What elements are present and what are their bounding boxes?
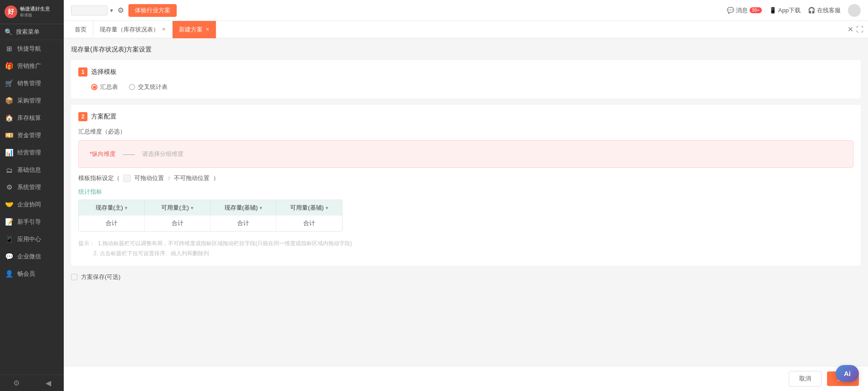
nav-label: 应用中心 (17, 235, 41, 243)
stats-table: 现存量(主) ▾ 可用量(主) ▾ 现存量(基辅) ▾ 可用量(基辅) (78, 200, 342, 232)
indicator-suffix: ） (213, 174, 219, 182)
col-1-dropdown-icon[interactable]: ▾ (125, 205, 128, 211)
header-gear-icon[interactable]: ⚙ (117, 6, 124, 15)
dimension-box: *纵向维度 —— 请选择分组维度 (78, 140, 853, 168)
sidebar-item-marketing[interactable]: 🎁 营销推广 (0, 57, 64, 75)
phone-icon: 📱 (769, 7, 776, 14)
tab-home[interactable]: 首页 (68, 21, 93, 38)
sidebar-item-sales[interactable]: 🛒 销售管理 (0, 75, 64, 92)
top-header: ▾ ⚙ 体验行业方案 💬 消息 99+ 📱 App下载 🎧 在线客服 (64, 0, 868, 21)
header-dropdown-btn[interactable]: ▾ (110, 7, 113, 14)
col-3-dropdown-icon[interactable]: ▾ (260, 205, 262, 211)
sidebar-item-wechat[interactable]: 💬 企业微信 (0, 248, 64, 265)
message-icon: 💬 (727, 7, 734, 14)
nav-label: 库存核算 (17, 114, 41, 122)
search-icon: 🔍 (5, 28, 12, 36)
basic-info-icon: 🗂 (5, 166, 14, 174)
industry-btn[interactable]: 体验行业方案 (128, 4, 177, 17)
tab-inventory-close-icon[interactable]: ✕ (162, 26, 166, 32)
headset-icon: 🎧 (808, 7, 815, 14)
col-4-dropdown-icon[interactable]: ▾ (326, 205, 328, 211)
nav-label: 基础信息 (17, 166, 41, 174)
stats-col-4: 可用量(基辅) ▾ (276, 200, 342, 216)
tab-new-plan-label: 新建方案 (179, 26, 203, 34)
system-icon: ⚙ (5, 183, 14, 191)
app-download-area[interactable]: 📱 App下载 (769, 6, 801, 15)
sidebar-item-member[interactable]: 👤 畅会员 (0, 265, 64, 283)
stats-col-3: 现存量(基辅) ▾ (211, 200, 277, 216)
section1-title: 选择模板 (91, 68, 117, 76)
sidebar-item-basic-info[interactable]: 🗂 基础信息 (0, 161, 64, 179)
nav-label: 资金管理 (17, 131, 41, 139)
nav-label: 经营管理 (17, 149, 41, 157)
messages-label: 消息 (736, 6, 748, 15)
section1-num: 1 (78, 67, 87, 77)
sidebar-item-guide[interactable]: 📝 新手引导 (0, 213, 64, 231)
page-body: 现存量(库存状况表)方案设置 1 选择模板 汇总表 交叉统计表 (64, 38, 868, 366)
header-right: 💬 消息 99+ 📱 App下载 🎧 在线客服 (727, 4, 861, 17)
summary-radio-circle[interactable] (91, 84, 97, 90)
settings-bottom-btn[interactable]: ⚙ (13, 379, 20, 387)
page-footer: 取消 查询 (64, 366, 868, 391)
stats-table-header: 现存量(主) ▾ 可用量(主) ▾ 现存量(基辅) ▾ 可用量(基辅) (79, 200, 342, 216)
user-avatar[interactable] (848, 4, 861, 17)
sidebar-item-quick-nav[interactable]: ⊞ 快捷导航 (0, 40, 64, 57)
save-checkbox[interactable] (71, 274, 77, 280)
sidebar-item-system[interactable]: ⚙ 系统管理 (0, 179, 64, 196)
nav-label: 系统管理 (17, 183, 41, 191)
summary-radio-inner (93, 86, 96, 89)
sidebar-item-purchase[interactable]: 📦 采购管理 (0, 92, 64, 109)
save-label: 方案保存(可选) (81, 273, 121, 281)
app-center-icon: 📱 (5, 235, 14, 243)
template-summary-option[interactable]: 汇总表 (91, 83, 118, 91)
app-name: 畅捷通好生意 (20, 5, 50, 12)
tab-inventory-status[interactable]: 现存量（库存状况表） ✕ (93, 21, 173, 38)
guide-icon: 📝 (5, 218, 14, 226)
ai-fab-button[interactable]: Ai (836, 365, 859, 382)
wechat-icon: 💬 (5, 252, 14, 261)
template-cross-option[interactable]: 交叉统计表 (129, 83, 168, 91)
section-config: 2 方案配置 汇总维度（必选） *纵向维度 —— 请选择分组维度 模板指标设定（ (71, 105, 861, 266)
header-search-input[interactable] (71, 5, 107, 15)
app-download-label: App下载 (778, 6, 801, 15)
sidebar-item-app-center[interactable]: 📱 应用中心 (0, 231, 64, 248)
messages-badge: 99+ (750, 7, 762, 13)
finance-icon: 💴 (5, 131, 14, 139)
section-template: 1 选择模板 汇总表 交叉统计表 (71, 60, 861, 98)
dimension-placeholder[interactable]: 请选择分组维度 (142, 150, 184, 158)
col-2-name: 可用量(主) (161, 204, 189, 212)
nav-label: 新手引导 (17, 218, 41, 226)
nav-label: 销售管理 (17, 79, 41, 87)
cross-radio-circle[interactable] (129, 84, 135, 90)
fixed-label: 不可拖动位置 (174, 174, 209, 182)
online-service-area[interactable]: 🎧 在线客服 (808, 6, 841, 15)
save-checkbox-area: 方案保存(可选) (71, 273, 861, 281)
collapse-btn[interactable]: ◀ (46, 379, 51, 387)
sidebar: 好 畅捷通好生意 标准版 🔍 搜索菜单 ⊞ 快捷导航 🎁 营销推广 🛒 销售管理… (0, 0, 64, 391)
sidebar-item-enterprise[interactable]: 🤝 企业协同 (0, 196, 64, 213)
tab-new-plan-close-icon[interactable]: ✕ (205, 26, 209, 32)
tab-close-window-btn[interactable]: ✕ (848, 25, 853, 34)
sidebar-item-inventory[interactable]: 🏠 库存核算 (0, 109, 64, 127)
stats-body-val-3: 合计 (237, 219, 249, 227)
app-edition: 标准版 (20, 12, 50, 18)
tab-new-plan[interactable]: 新建方案 ✕ (173, 21, 216, 38)
nav-label: 营销推广 (17, 62, 41, 70)
quick-nav-icon: ⊞ (5, 45, 14, 53)
cancel-button[interactable]: 取消 (789, 371, 822, 386)
dimension-field-label: *纵向维度 (90, 150, 116, 158)
sidebar-search[interactable]: 🔍 搜索菜单 (0, 24, 64, 40)
sidebar-item-operations[interactable]: 📊 经营管理 (0, 144, 64, 161)
tab-inventory-label: 现存量（库存状况表） (100, 26, 159, 34)
app-logo-icon: 好 (5, 5, 17, 18)
messages-area[interactable]: 💬 消息 99+ (727, 6, 762, 15)
sidebar-logo: 好 畅捷通好生意 标准版 (0, 0, 64, 24)
inventory-icon: 🏠 (5, 114, 14, 122)
sidebar-item-finance[interactable]: 💴 资金管理 (0, 127, 64, 144)
summary-option-label: 汇总表 (100, 83, 118, 91)
movable-badge (123, 175, 131, 182)
marketing-icon: 🎁 (5, 62, 14, 70)
tips-area: 提示： 1.拖动标题栏可以调整布局，不可跨维度或指标区域拖动栏目字段(只能在同一… (78, 239, 853, 258)
col-2-dropdown-icon[interactable]: ▾ (191, 205, 194, 211)
tab-expand-btn[interactable]: ⛶ (856, 25, 863, 34)
